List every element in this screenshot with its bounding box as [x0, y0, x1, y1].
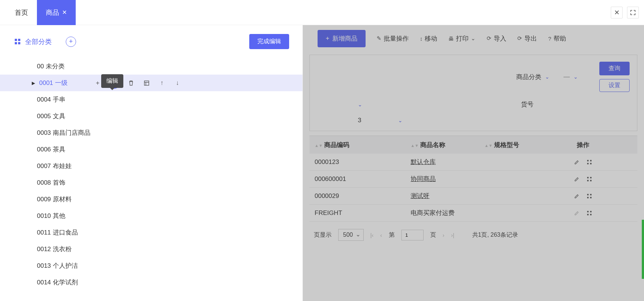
- edit-tooltip: 编辑: [101, 74, 123, 88]
- row-more-icon[interactable]: [586, 176, 592, 182]
- move-down-icon[interactable]: ↓: [173, 79, 182, 88]
- tree-row[interactable]: 00 未分类: [0, 58, 302, 75]
- tab-product-label: 商品: [46, 8, 59, 17]
- tab-product[interactable]: 商品 ✕: [37, 0, 76, 25]
- svg-rect-4: [144, 81, 149, 85]
- product-panel: + 新增商品 ✎批量操作 ↕移动 🖶打印⌄ ⟳导入 ⟳导出 ?帮助 商品分类: [303, 25, 644, 301]
- row-edit-icon[interactable]: [574, 176, 580, 182]
- tree-row[interactable]: 0003 南昌门店商品: [0, 124, 302, 141]
- move-up-icon[interactable]: ↑: [158, 79, 167, 88]
- fullscreen-icon[interactable]: [627, 7, 639, 18]
- pager: 页显示 500 |‹ ‹ 第 页 › ›| 共1页, 263条记录: [303, 222, 644, 248]
- pager-summary: 共1页, 263条记录: [472, 231, 518, 239]
- table-row: 000600001协同商品: [309, 171, 637, 188]
- print-button[interactable]: 🖶打印⌄: [448, 34, 476, 43]
- svg-rect-20: [590, 214, 592, 215]
- caret-right-icon: ▶: [32, 81, 37, 86]
- tree-row[interactable]: 0006 茶具: [0, 141, 302, 158]
- export-button[interactable]: ⟳导出: [517, 34, 537, 43]
- cell-name[interactable]: 默认仓库: [405, 158, 479, 166]
- filter-dd1[interactable]: ⌄: [358, 102, 373, 107]
- settings-button[interactable]: 设置: [599, 79, 630, 92]
- finish-edit-button[interactable]: 完成编辑: [249, 34, 289, 49]
- first-page-icon[interactable]: |‹: [370, 232, 374, 238]
- last-page-icon[interactable]: ›|: [451, 232, 455, 238]
- row-more-icon[interactable]: [586, 210, 592, 216]
- delete-icon[interactable]: [127, 79, 136, 88]
- tree-row[interactable]: 0004 手串: [0, 91, 302, 108]
- tree-row-label: 0008 首饰: [37, 178, 65, 187]
- move-icon: ↕: [420, 35, 423, 42]
- th-name[interactable]: ▲▼商品名称: [405, 141, 479, 149]
- add-product-button[interactable]: + 新增商品: [318, 30, 366, 47]
- add-child-icon[interactable]: +: [93, 79, 102, 88]
- print-icon: 🖶: [448, 35, 454, 42]
- cell-code: 000600001: [309, 175, 405, 183]
- filter-sku[interactable]: 货号: [521, 100, 534, 109]
- row-more-icon[interactable]: [586, 159, 592, 165]
- svg-rect-0: [15, 39, 17, 41]
- filter-category-label: 商品分类: [516, 73, 541, 81]
- help-button[interactable]: ?帮助: [548, 34, 566, 43]
- tree-row[interactable]: 0012 洗衣粉: [0, 241, 302, 257]
- page-input[interactable]: [401, 230, 424, 240]
- th-spec[interactable]: ▲▼规格型号: [479, 141, 524, 149]
- cell-name[interactable]: 协同商品: [405, 175, 479, 183]
- category-tree[interactable]: 00 未分类▶0001 一级+↑↓0004 手串0005 文具0003 南昌门店…: [0, 58, 302, 294]
- row-edit-icon[interactable]: [574, 159, 580, 165]
- import-label: 导入: [494, 34, 506, 43]
- row-edit-icon[interactable]: [574, 193, 580, 199]
- export-label: 导出: [524, 34, 537, 43]
- char-label: 3: [358, 117, 361, 124]
- tree-row[interactable]: 0005 文具: [0, 108, 302, 124]
- tree-row[interactable]: 0013 个人护洁: [0, 257, 302, 274]
- prev-page-icon[interactable]: ‹: [380, 232, 382, 238]
- table-row: 0000029测试呀: [309, 188, 637, 205]
- help-icon: ?: [548, 35, 551, 42]
- close-icon[interactable]: ✕: [62, 9, 67, 16]
- svg-rect-12: [590, 180, 592, 181]
- svg-rect-16: [590, 197, 592, 198]
- sort-icon: ▲▼: [315, 144, 323, 147]
- filter-box: 商品分类 ⌄ — ⌄ 查询 设置 ⌄ 货号: [309, 55, 637, 131]
- batch-button[interactable]: ✎批量操作: [377, 34, 409, 43]
- export-icon: ⟳: [517, 35, 522, 42]
- tree-row-label: 00 未分类: [37, 62, 65, 71]
- cell-op: [524, 210, 637, 216]
- tree-row-label: 0005 文具: [37, 112, 65, 120]
- tree-row-label: 0010 其他: [37, 212, 65, 220]
- add-category-button[interactable]: +: [66, 37, 76, 47]
- category-icon[interactable]: [142, 79, 151, 88]
- tree-row-label: 0003 南昌门店商品: [37, 129, 90, 137]
- import-button[interactable]: ⟳导入: [487, 34, 506, 43]
- edit-icon: ✎: [377, 35, 381, 42]
- tree-row[interactable]: 0008 首饰: [0, 174, 302, 191]
- product-table: ▲▼商品编码 ▲▼商品名称 ▲▼规格型号 操作 0000123默认仓库00060…: [309, 136, 637, 222]
- row-more-icon[interactable]: [586, 193, 592, 199]
- th-code[interactable]: ▲▼商品编码: [309, 141, 405, 149]
- tree-row[interactable]: 0009 原材料: [0, 191, 302, 208]
- chevron-down-icon: ⌄: [398, 117, 413, 123]
- tree-row[interactable]: ▶0001 一级+↑↓: [0, 75, 302, 91]
- tree-row[interactable]: 0007 布娃娃: [0, 158, 302, 174]
- query-button[interactable]: 查询: [599, 62, 630, 75]
- chevron-down-icon: ⌄: [358, 102, 373, 107]
- chevron-down-icon: ⌄: [471, 35, 476, 42]
- tab-home[interactable]: 首页: [6, 0, 37, 25]
- cell-code: 0000123: [309, 158, 405, 166]
- next-page-icon[interactable]: ›: [443, 232, 445, 238]
- tree-row[interactable]: 0011 进口食品: [0, 224, 302, 241]
- tab-bar: 首页 商品 ✕ ✕: [0, 0, 644, 25]
- tree-row[interactable]: 0014 化学试剂: [0, 274, 302, 291]
- close-all-icon[interactable]: ✕: [611, 7, 623, 18]
- cell-op: [524, 176, 637, 182]
- move-button[interactable]: ↕移动: [420, 34, 438, 43]
- cell-name[interactable]: 测试呀: [405, 192, 479, 200]
- per-page-select[interactable]: 500: [338, 229, 364, 241]
- filter-dd2[interactable]: 3⌄: [358, 117, 413, 124]
- svg-rect-19: [587, 214, 589, 215]
- filter-category[interactable]: 商品分类 ⌄ — ⌄: [516, 73, 588, 81]
- tree-row[interactable]: 0010 其他: [0, 208, 302, 224]
- svg-rect-14: [590, 194, 592, 195]
- add-product-label: 新增商品: [332, 34, 357, 43]
